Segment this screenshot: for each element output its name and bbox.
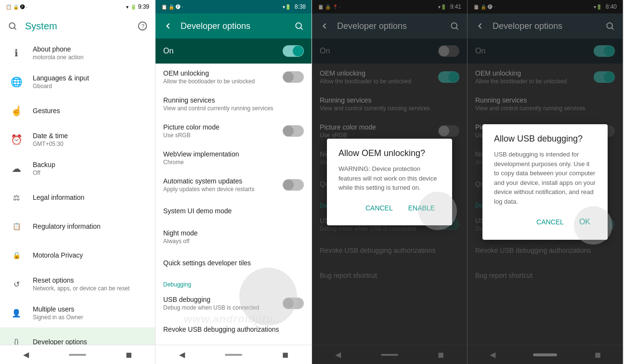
dev-item-night[interactable]: Night mode Always off (156, 223, 312, 250)
status-icons-left: 📋 🔒 🅟 · (6, 4, 27, 10)
usb-ok-button[interactable]: OK (573, 214, 596, 230)
svg-point-4 (296, 23, 301, 28)
dev-item-autoupdate[interactable]: Automatic system updates Apply updates w… (156, 171, 312, 198)
about-sub: motorola one action (33, 54, 147, 61)
back-button-p2[interactable] (159, 17, 177, 35)
usb-dialog-overlay: Allow USB debugging? USB debugging is in… (468, 0, 623, 364)
demo-label: System UI demo mode (163, 207, 304, 215)
legal-label: Legal information (33, 194, 147, 201)
oem-dialog: Allow OEM unlocking? WARNING: Device pro… (327, 139, 452, 225)
oem-cancel-button[interactable]: Cancel (360, 200, 399, 216)
backup-label: Backup (33, 161, 147, 169)
bottom-nav-p2: ◀ ◼ (156, 345, 312, 364)
settings-item-developer[interactable]: {} Developer options (0, 327, 155, 345)
svg-line-5 (301, 28, 303, 30)
oem-toggle[interactable] (283, 71, 304, 83)
color-toggle[interactable] (283, 125, 304, 137)
dev-item-demo[interactable]: System UI demo mode (156, 198, 312, 223)
regulatory-icon: 📋 (8, 218, 25, 235)
home-indicator-p1[interactable] (69, 354, 86, 356)
datetime-label: Date & time (33, 132, 147, 140)
dev-on-label-p2: On (163, 47, 173, 55)
status-icons-right: ▾ 🔋 9:39 (126, 3, 149, 10)
webview-sub: Chrome (163, 159, 304, 166)
settings-item-languages[interactable]: 🌐 Languages & input Gboard (0, 67, 155, 96)
running-label: Running services (163, 96, 304, 104)
settings-item-legal[interactable]: ⚖ Legal information (0, 183, 155, 212)
wifi-icon: ▾ (126, 4, 129, 10)
notif-icons-p2: 📋 🔒 🅟 · (161, 4, 183, 10)
dev-item-revoke[interactable]: Revoke USB debugging authorizations (156, 317, 312, 342)
languages-icon: 🌐 (8, 73, 25, 91)
toolbar-p1: System ? (0, 13, 155, 39)
reset-icon: ↺ (8, 275, 25, 293)
developer-options-panel-4: 📋 🔒 🅟 · ▾🔋 8:40 Developer options On (468, 0, 623, 364)
backup-icon: ☁ (8, 160, 25, 177)
dev-on-bar-p2[interactable]: On (156, 39, 312, 64)
wifi-icon-p2: ▾🔋 (283, 4, 291, 10)
home-indicator-p2[interactable] (225, 354, 242, 356)
search-button-p2[interactable] (290, 17, 308, 35)
svg-point-0 (9, 23, 15, 28)
settings-list: ℹ About phone motorola one action 🌐 Lang… (0, 39, 155, 345)
dev-item-oem[interactable]: OEM unlocking Allow the bootloader to be… (156, 64, 312, 91)
datetime-icon: ⏰ (8, 131, 25, 148)
developer-options-panel-3: 📋 🔒 📍 · ▾🔋 9:41 Developer options On (312, 0, 468, 364)
dev-item-webview[interactable]: WebView implementation Chrome (156, 144, 312, 171)
toggle-thumb (293, 46, 303, 56)
privacy-label: Motorola Privacy (33, 251, 147, 259)
autoupdate-label: Automatic system updates (163, 177, 283, 185)
oem-enable-button[interactable]: Enable (403, 200, 441, 216)
developer-label: Developer options (33, 338, 147, 345)
settings-item-reset[interactable]: ↺ Reset options Network, apps, or device… (0, 270, 155, 299)
oem-label: OEM unlocking (163, 69, 283, 77)
recent-button-p1[interactable]: ◼ (119, 348, 139, 362)
dev-on-toggle-p2[interactable] (283, 45, 304, 57)
oem-dialog-overlay: Allow OEM unlocking? WARNING: Device pro… (312, 0, 467, 364)
running-sub: View and control currently running servi… (163, 105, 304, 112)
gestures-label: Gestures (33, 107, 147, 115)
users-sub: Signed in as Owner (33, 314, 147, 321)
help-button-p1[interactable]: ? (134, 17, 151, 35)
notification-icons: 📋 🔒 🅟 · (6, 4, 27, 10)
webview-label: WebView implementation (163, 150, 304, 158)
developer-icon: {} (8, 333, 25, 345)
settings-item-regulatory[interactable]: 📋 Regulatory information (0, 212, 155, 241)
recent-btn-p2[interactable]: ◼ (275, 348, 295, 362)
settings-item-gestures[interactable]: ☝ Gestures (0, 96, 155, 125)
color-sub: Use sRGB (163, 132, 283, 139)
settings-item-privacy[interactable]: 🔒 Motorola Privacy (0, 241, 155, 270)
color-label: Picture color mode (163, 123, 283, 131)
battery-icon: 🔋 (130, 4, 136, 10)
legal-icon: ⚖ (8, 189, 25, 206)
languages-sub: Gboard (33, 83, 147, 90)
status-icons-right-p2: ▾🔋 8:38 (283, 3, 306, 10)
usb-toggle[interactable] (283, 298, 304, 309)
back-button-p1[interactable]: ◀ (16, 348, 36, 362)
search-button-p1[interactable] (4, 17, 21, 35)
users-label: Multiple users (33, 305, 147, 313)
settings-item-about[interactable]: ℹ About phone motorola one action (0, 39, 155, 67)
revoke-label: Revoke USB debugging authorizations (163, 325, 304, 333)
oem-dialog-actions: Cancel Enable (338, 200, 441, 216)
usb-label: USB debugging (163, 296, 283, 303)
autoupdate-toggle[interactable] (283, 179, 304, 191)
time-p1: 9:39 (138, 3, 149, 10)
dev-item-running[interactable]: Running services View and control curren… (156, 91, 312, 117)
usb-cancel-button[interactable]: Cancel (531, 214, 570, 230)
usb-dialog-actions: Cancel OK (494, 214, 596, 230)
oem-sub: Allow the bootloader to be unlocked (163, 78, 283, 85)
dev-item-usb[interactable]: USB debugging Debug mode when USB is con… (156, 290, 312, 317)
settings-item-datetime[interactable]: ⏰ Date & time GMT+05:30 (0, 125, 155, 154)
quicktiles-label: Quick settings developer tiles (163, 259, 304, 267)
back-btn-p2[interactable]: ◀ (172, 348, 192, 362)
settings-item-users[interactable]: 👤 Multiple users Signed in as Owner (0, 299, 155, 327)
svg-line-1 (14, 28, 16, 30)
time-p2: 8:38 (295, 3, 306, 10)
backup-sub: Off (33, 169, 147, 176)
settings-item-backup[interactable]: ☁ Backup Off (0, 154, 155, 183)
system-settings-panel: 📋 🔒 🅟 · ▾ 🔋 9:39 System ? ℹ About phone … (0, 0, 156, 364)
usb-sub: Debug mode when USB is connected (163, 304, 283, 311)
dev-item-color[interactable]: Picture color mode Use sRGB (156, 117, 312, 144)
dev-item-quicktiles[interactable]: Quick settings developer tiles (156, 250, 312, 275)
